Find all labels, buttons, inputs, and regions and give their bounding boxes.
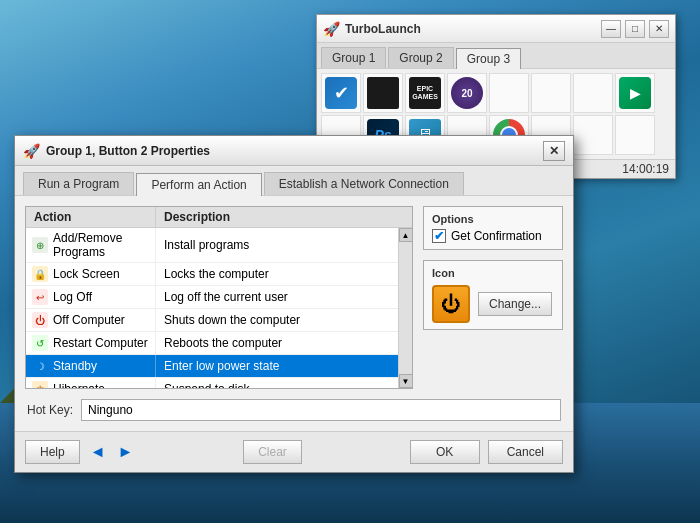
action-icon-logoff: ↩ Log Off	[26, 286, 156, 308]
action-row-add-remove[interactable]: ⊕ Add/Remove Programs Install programs	[26, 228, 398, 263]
options-legend: Options	[432, 213, 554, 225]
nav-back-arrow[interactable]: ◄	[88, 441, 108, 463]
scroll-up-arrow[interactable]: ▲	[399, 228, 413, 242]
action-panel: Action Description ⊕ Add/Remove Programs…	[25, 206, 413, 389]
grid-cell-7[interactable]	[573, 73, 613, 113]
twenty-icon: 20	[451, 77, 483, 109]
grid-cell-8[interactable]: ▶	[615, 73, 655, 113]
dialog-title-text: Group 1, Button 2 Properties	[46, 144, 210, 158]
action-label-logoff: Log Off	[53, 290, 92, 304]
grid-cell-3[interactable]: EPICGAMES	[405, 73, 445, 113]
grid-cell-6[interactable]	[531, 73, 571, 113]
action-icon-restart: ↺ Restart Computer	[26, 332, 156, 354]
tab-group2[interactable]: Group 2	[388, 47, 453, 68]
camtasia-icon: ▶	[619, 77, 651, 109]
grid-cell-15[interactable]	[573, 115, 613, 155]
turbolaunch-close-button[interactable]: ✕	[649, 20, 669, 38]
add-remove-icon: ⊕	[32, 237, 48, 253]
options-group: Options ✔ Get Confirmation	[423, 206, 563, 250]
tab-network-connection[interactable]: Establish a Network Connection	[264, 172, 464, 195]
action-list-area: ⊕ Add/Remove Programs Install programs 🔒…	[26, 228, 412, 388]
action-desc-lock: Locks the computer	[156, 264, 398, 284]
action-row-hibernate[interactable]: ❄ Hibernate Suspend to disk	[26, 378, 398, 388]
col-header-description: Description	[156, 207, 412, 227]
grid-cell-1[interactable]: ✔	[321, 73, 361, 113]
action-desc-add-remove: Install programs	[156, 235, 398, 255]
cancel-button[interactable]: Cancel	[488, 440, 563, 464]
tab-perform-action[interactable]: Perform an Action	[136, 173, 261, 196]
dialog-body: Action Description ⊕ Add/Remove Programs…	[25, 206, 563, 389]
action-icon-standby: ☽ Standby	[26, 355, 156, 377]
action-scrollbar[interactable]: ▲ ▼	[398, 228, 412, 388]
grid-cell-4[interactable]: 20	[447, 73, 487, 113]
epic-games-icon: EPICGAMES	[409, 77, 441, 109]
checklist-icon: ✔	[325, 77, 357, 109]
hotkey-label: Hot Key:	[27, 403, 73, 417]
scroll-down-arrow[interactable]: ▼	[399, 374, 413, 388]
power-icon[interactable]: ⏻	[432, 285, 470, 323]
titlebar-controls: — □ ✕	[601, 20, 669, 38]
action-icon-lock: 🔒 Lock Screen	[26, 263, 156, 285]
hotkey-input[interactable]	[81, 399, 561, 421]
action-row-logoff[interactable]: ↩ Log Off Log off the current user	[26, 286, 398, 309]
dialog-content: Action Description ⊕ Add/Remove Programs…	[15, 195, 573, 431]
properties-dialog: 🚀 Group 1, Button 2 Properties ✕ Run a P…	[14, 135, 574, 473]
get-confirmation-row: ✔ Get Confirmation	[432, 229, 554, 243]
ok-button[interactable]: OK	[410, 440, 480, 464]
action-list[interactable]: ⊕ Add/Remove Programs Install programs 🔒…	[26, 228, 398, 388]
dialog-close-button[interactable]: ✕	[543, 141, 565, 161]
action-desc-turnoff: Shuts down the computer	[156, 310, 398, 330]
grid-cell-16[interactable]	[615, 115, 655, 155]
action-desc-logoff: Log off the current user	[156, 287, 398, 307]
black-square-icon	[367, 77, 399, 109]
footer-left: Help	[25, 440, 80, 464]
restart-icon: ↺	[32, 335, 48, 351]
action-icon-add-remove: ⊕ Add/Remove Programs	[26, 228, 156, 262]
action-label-add-remove: Add/Remove Programs	[53, 231, 149, 259]
action-label-turnoff: Off Computer	[53, 313, 125, 327]
icon-row: ⏻ Change...	[432, 285, 554, 323]
hibernate-icon: ❄	[32, 381, 48, 388]
tab-group1[interactable]: Group 1	[321, 47, 386, 68]
turbolaunch-logo-icon: 🚀	[323, 21, 340, 37]
nav-forward-arrow[interactable]: ►	[116, 441, 136, 463]
action-row-lock[interactable]: 🔒 Lock Screen Locks the computer	[26, 263, 398, 286]
dialog-titlebar: 🚀 Group 1, Button 2 Properties ✕	[15, 136, 573, 166]
scroll-track[interactable]	[399, 242, 412, 374]
action-row-standby[interactable]: ☽ Standby Enter low power state	[26, 355, 398, 378]
icon-section: Icon ⏻ Change...	[423, 260, 563, 330]
get-confirmation-checkbox[interactable]: ✔	[432, 229, 446, 243]
action-desc-hibernate: Suspend to disk	[156, 379, 398, 388]
col-header-action: Action	[26, 207, 156, 227]
tab-run-program[interactable]: Run a Program	[23, 172, 134, 195]
action-icon-hibernate: ❄ Hibernate	[26, 378, 156, 388]
checkmark-icon: ✔	[434, 229, 444, 243]
titlebar-left: 🚀 TurboLaunch	[323, 21, 421, 37]
help-button[interactable]: Help	[25, 440, 80, 464]
maximize-button[interactable]: □	[625, 20, 645, 38]
action-label-restart: Restart Computer	[53, 336, 148, 350]
action-desc-restart: Reboots the computer	[156, 333, 398, 353]
dialog-tab-bar: Run a Program Perform an Action Establis…	[15, 166, 573, 195]
minimize-button[interactable]: —	[601, 20, 621, 38]
dialog-footer: Help ◄ ► Clear OK Cancel	[15, 431, 573, 472]
change-icon-button[interactable]: Change...	[478, 292, 552, 316]
options-panel: Options ✔ Get Confirmation Icon ⏻ Change…	[423, 206, 563, 389]
get-confirmation-label: Get Confirmation	[451, 229, 542, 243]
hotkey-row: Hot Key:	[25, 399, 563, 421]
grid-cell-5[interactable]	[489, 73, 529, 113]
turnoff-icon: ⏻	[32, 312, 48, 328]
icon-legend: Icon	[432, 267, 554, 279]
grid-cell-2[interactable]	[363, 73, 403, 113]
logoff-icon: ↩	[32, 289, 48, 305]
action-icon-turnoff: ⏻ Off Computer	[26, 309, 156, 331]
standby-icon: ☽	[32, 358, 48, 374]
action-row-turnoff[interactable]: ⏻ Off Computer Shuts down the computer	[26, 309, 398, 332]
action-label-lock: Lock Screen	[53, 267, 120, 281]
action-label-hibernate: Hibernate	[53, 382, 105, 388]
action-label-standby: Standby	[53, 359, 97, 373]
turbolaunch-title: TurboLaunch	[345, 22, 421, 36]
action-row-restart[interactable]: ↺ Restart Computer Reboots the computer	[26, 332, 398, 355]
clear-button[interactable]: Clear	[243, 440, 302, 464]
tab-group3[interactable]: Group 3	[456, 48, 521, 69]
